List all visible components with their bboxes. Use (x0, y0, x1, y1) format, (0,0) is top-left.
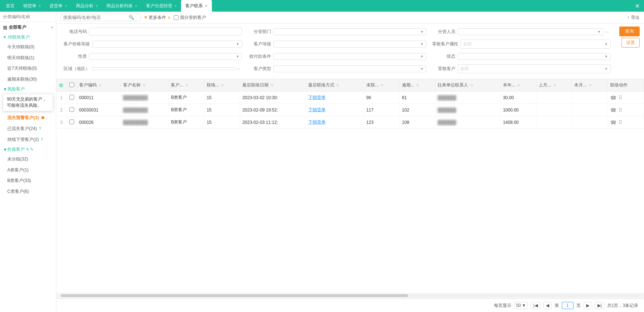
row-checkbox-2[interactable] (67, 116, 77, 129)
value-group-refresh[interactable]: ↻ (26, 147, 29, 152)
cust-grade-select[interactable]: ▼ (273, 41, 426, 48)
tab-purchase-close[interactable]: × (65, 4, 67, 8)
tab-analysis[interactable]: 商品分析 × (72, 0, 102, 12)
cust-type-select[interactable]: ▼ (273, 65, 426, 72)
more-action-icon-1[interactable]: ⠿ (619, 107, 622, 113)
sidebar-item-ungrouped[interactable]: 未分组(32) (0, 154, 56, 165)
my-customers-check[interactable]: 我分管的客户 (174, 15, 206, 21)
table-row: 1 000011 ████████ B类客户 15 2023-03-02 10:… (56, 92, 644, 104)
sidebar-item-class-b[interactable]: B类客户(33) (0, 175, 56, 186)
row-last-method-0[interactable]: 下销货单 (306, 92, 364, 104)
tab-customer-contact-close[interactable]: × (205, 4, 207, 8)
sidebar-item-today-pending[interactable]: 今天待联络(0) (0, 42, 56, 53)
contact-action-icon-0[interactable]: ☎ (610, 95, 616, 101)
tab-analysis-list[interactable]: 商品分析列表 × (102, 0, 141, 12)
sort-annual[interactable]: ⇅ (517, 83, 520, 87)
horizontal-scrollbar[interactable] (61, 294, 640, 297)
sort-last-month[interactable]: ⇅ (553, 83, 556, 87)
scrollbar-thumb[interactable] (61, 294, 408, 297)
tab-customer-tier-close[interactable]: × (174, 4, 177, 8)
nature-select[interactable]: ▼ (89, 53, 242, 60)
last-page-btn[interactable]: ▶| (595, 302, 604, 309)
sidebar-item-tomorrow-pending[interactable]: 明天待联络(1) (0, 53, 56, 64)
query-button[interactable]: 查询 (619, 27, 640, 36)
sort-name[interactable]: ⇅ (142, 83, 145, 87)
sidebar-all-customers[interactable]: ⊞ 全部客户 « (0, 22, 56, 33)
tab-sales[interactable]: 销货单 × (19, 0, 45, 12)
row-last-method-2[interactable]: 下销货单 (306, 116, 364, 129)
sidebar-item-churned[interactable]: 已流失客户(24) ? (0, 123, 56, 134)
sidebar-item-class-c[interactable]: C类客户(6) (0, 186, 56, 197)
window-close-button[interactable]: ✕ (632, 3, 643, 9)
sidebar-group-pending[interactable]: ▼ 待联络客户 (0, 33, 56, 42)
tab-sales-close[interactable]: × (39, 4, 41, 8)
select-all-checkbox[interactable] (69, 82, 74, 87)
sort-unit-contacts[interactable]: ⇅ (470, 83, 473, 87)
tab-analysis-list-close[interactable]: × (135, 4, 137, 8)
row-uncontacted-1: 117 (364, 104, 399, 116)
manager-more-btn[interactable]: ··· (603, 29, 611, 35)
sidebar-group-risk[interactable]: ▼ 风险客户 (0, 85, 56, 94)
sort-type[interactable]: ⇅ (185, 83, 188, 87)
page-number-input[interactable] (562, 302, 573, 309)
sidebar-search-input[interactable] (3, 14, 56, 19)
sort-last-method[interactable]: ⇅ (336, 83, 339, 87)
sort-overdue[interactable]: ⇅ (416, 83, 419, 87)
my-customers-checkbox[interactable] (174, 15, 178, 20)
next-page-btn[interactable]: ▶ (584, 302, 592, 309)
sidebar-item-churn-warning[interactable]: 流失预警客户(3) (0, 113, 56, 123)
tab-home[interactable]: 首页 (1, 0, 19, 12)
row-checkbox-1[interactable] (67, 104, 77, 116)
row-overdue-1: 102 (400, 104, 435, 116)
row-actions-2: ☎ ⠿ (608, 116, 644, 129)
sidebar-group-value[interactable]: ▼ 价值客户 ↻ ✎ (0, 145, 56, 154)
first-page-btn[interactable]: |◀ (531, 302, 540, 309)
row-checkbox-0[interactable] (67, 92, 77, 104)
region-label: 区域（地区） (64, 66, 92, 72)
sort-last-date[interactable]: ⇅ (270, 83, 273, 87)
value-group-edit[interactable]: ✎ (30, 147, 33, 152)
sidebar: 🔍 ⊞ 全部客户 « ▼ 待联络客户 今天待联络(0) 明天待联络(1) 近7天… (0, 12, 56, 312)
sort-contacts[interactable]: ⇅ (221, 83, 224, 87)
search-input-wrap[interactable]: 🔍 (61, 14, 141, 21)
th-actions: 联络动作 (608, 79, 644, 92)
churned-help-icon: ? (39, 126, 41, 131)
sidebar-item-7day-pending[interactable]: 近7天待联络(0) (0, 63, 56, 74)
settings-icon[interactable]: ⚙ (59, 82, 64, 88)
sort-uncontacted[interactable]: ⇅ (381, 83, 383, 87)
page-size-select[interactable]: 50 ▼ (514, 302, 528, 309)
tab-customer-contact[interactable]: 客户联系 × (181, 0, 212, 12)
cust-type-arrow: ▼ (420, 67, 424, 71)
dept-select[interactable]: ▼ (273, 28, 426, 35)
settings-button[interactable]: 设置 (621, 38, 640, 48)
manager-select[interactable]: ▼ (458, 28, 603, 35)
sidebar-collapse-icon[interactable]: « (51, 25, 53, 29)
more-action-icon-0[interactable]: ⠿ (619, 95, 622, 101)
tab-analysis-close[interactable]: × (96, 4, 98, 8)
contact-action-icon-2[interactable]: ☎ (610, 119, 616, 125)
row-type-2: B类客户 (169, 116, 204, 129)
more-conditions-btn[interactable]: ▼ 更多条件 ∧ (144, 15, 171, 21)
region-select[interactable] (92, 67, 235, 70)
region-more-btn[interactable]: ··· (235, 66, 242, 72)
export-button[interactable]: ↑ 导出 (627, 15, 640, 21)
sort-code[interactable]: ⇅ (98, 83, 101, 87)
sidebar-item-overdue-pending[interactable]: 逾期未联络(30) (0, 74, 56, 85)
phone-input[interactable] (89, 28, 242, 36)
sort-this-month[interactable]: ⇅ (589, 83, 592, 87)
prev-page-btn[interactable]: ◀ (543, 302, 552, 309)
contact-action-icon-1[interactable]: ☎ (610, 107, 616, 113)
retail-attr-select[interactable]: 全部 ▼ (460, 40, 611, 49)
price-grade-select[interactable]: ▼ (92, 41, 242, 48)
tab-purchase[interactable]: 进货单 × (45, 0, 71, 12)
sidebar-item-class-a[interactable]: A类客户(1) (0, 165, 56, 176)
more-action-icon-2[interactable]: ⠿ (619, 119, 622, 125)
status-select[interactable]: ▼ (458, 53, 611, 60)
sidebar-item-declining[interactable]: 持续下滑客户(2) ? (0, 134, 56, 145)
payment-select[interactable]: ▼ (273, 53, 426, 60)
search-input[interactable] (63, 15, 129, 20)
tab-customer-tier[interactable]: 客户分层经营 × (142, 0, 181, 12)
row-last-method-1[interactable]: 下销货单 (306, 104, 364, 116)
retail-cust-select[interactable]: 全部 ▼ (458, 64, 611, 73)
retail-cust-arrow: ▼ (604, 67, 608, 71)
